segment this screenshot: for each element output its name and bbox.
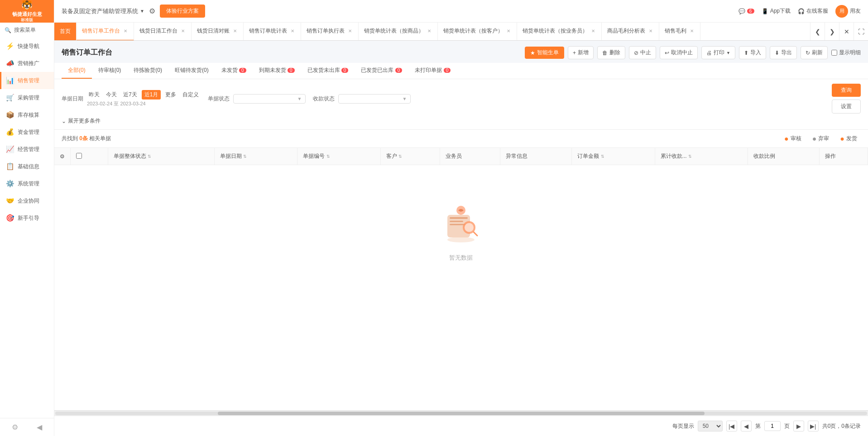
sidebar-item-purchase[interactable]: 🛒 采购管理: [0, 89, 54, 106]
delete-button[interactable]: 🗑 删除: [597, 46, 625, 59]
last-page-btn[interactable]: ▶|: [808, 421, 819, 431]
tab-close-sales-exec[interactable]: ✕: [347, 28, 353, 33]
col-date[interactable]: 单据日期 ⇅: [215, 148, 297, 165]
sidebar-item-inventory[interactable]: 📦 库存核算: [0, 106, 54, 123]
export-button[interactable]: ⬇ 导出: [770, 46, 797, 59]
prev-page-btn[interactable]: ◀: [741, 421, 752, 431]
tab-sales-summary-customer[interactable]: 销货单统计表（按客户） ✕: [438, 23, 517, 41]
filter-tab-not-printed[interactable]: 未打印单据 0: [408, 63, 457, 79]
filter-tab-shipped-out[interactable]: 已发货已出库 0: [355, 63, 408, 79]
tab-close-sales-summary-product[interactable]: ✕: [427, 28, 432, 33]
tab-sales-summary-staff[interactable]: 销货单统计表（按业务员） ✕: [517, 23, 602, 41]
sidebar-item-operations[interactable]: 📈 经营管理: [0, 141, 54, 158]
add-button[interactable]: + 新增: [568, 46, 594, 59]
expand-button[interactable]: ⌄ 展开更多条件: [62, 117, 101, 125]
filter-tab-pending-audit[interactable]: 待审核(0): [92, 63, 128, 79]
col-settings[interactable]: ⚙: [54, 148, 71, 165]
col-amount[interactable]: 订单金额 ⇅: [572, 148, 655, 165]
show-detail-toggle[interactable]: 显示明细: [831, 49, 861, 57]
first-page-btn[interactable]: |◀: [726, 421, 737, 431]
tabs-prev-btn[interactable]: ❮: [810, 23, 825, 41]
tab-cash-reconcile[interactable]: 钱货日清对账 ✕: [192, 23, 244, 41]
filter-tab-expired-not-shipped[interactable]: 到期未发货 0: [253, 63, 301, 79]
scroll-thumb[interactable]: [218, 412, 705, 415]
smart-create-button[interactable]: ★ 智能生单: [525, 47, 564, 59]
col-abnormal[interactable]: 异常信息: [500, 148, 572, 165]
app-download-item[interactable]: 📱 App下载: [762, 7, 791, 15]
col-status[interactable]: 单据整体状态 ⇅: [108, 148, 215, 165]
sidebar-search[interactable]: 🔍 搜索菜单: [0, 23, 54, 38]
query-button[interactable]: 查询: [832, 84, 861, 97]
date-custom[interactable]: 自定义: [181, 90, 201, 100]
stop-button[interactable]: ⊘ 中止: [629, 46, 656, 59]
print-button[interactable]: 🖨 打印 ▼: [701, 46, 735, 59]
refresh-button[interactable]: ↻ 刷新: [801, 46, 828, 59]
per-page-select[interactable]: 10 20 50 100: [698, 421, 723, 431]
date-7days[interactable]: 近7天: [121, 90, 139, 100]
sidebar-item-sales[interactable]: 📊 销售管理: [0, 72, 54, 89]
tab-sales-exec[interactable]: 销售订单执行表 ✕: [301, 23, 359, 41]
show-detail-checkbox[interactable]: [831, 50, 837, 56]
date-yesterday[interactable]: 昨天: [87, 90, 101, 100]
tab-sales-workbench[interactable]: 销售订单工作台 ✕: [77, 23, 134, 41]
tab-sales-profit[interactable]: 销售毛利 ✕: [659, 23, 700, 41]
tab-close-cash-daily[interactable]: ✕: [180, 28, 186, 33]
sidebar-item-guide[interactable]: 🎯 新手引导: [0, 209, 54, 227]
tab-close-sales-summary-staff[interactable]: ✕: [590, 28, 596, 33]
tab-close-cash-reconcile[interactable]: ✕: [232, 28, 238, 33]
col-number[interactable]: 单据编号 ⇅: [297, 148, 380, 165]
ship-action-btn[interactable]: ● 发货: [836, 133, 861, 144]
payment-select[interactable]: ▼: [338, 94, 411, 104]
tab-close-gross-margin[interactable]: ✕: [648, 28, 653, 33]
tab-sales-stat[interactable]: 销售订单统计表 ✕: [244, 23, 301, 41]
status-select[interactable]: ▼: [233, 94, 306, 104]
date-more[interactable]: 更多: [163, 90, 178, 100]
topbar-gear-icon[interactable]: ⚙: [149, 7, 155, 15]
tab-sales-summary-product[interactable]: 销货单统计表（按商品） ✕: [359, 23, 438, 41]
col-customer[interactable]: 客户 ⇅: [380, 148, 440, 165]
sidebar-item-basic[interactable]: 📋 基础信息: [0, 158, 54, 175]
filter-tab-all[interactable]: 全部(0): [62, 63, 92, 79]
import-button[interactable]: ⬆ 导入: [739, 46, 766, 59]
filter-tab-wangpu[interactable]: 旺铺待发货(0): [168, 63, 215, 79]
date-today[interactable]: 今天: [104, 90, 119, 100]
page-input[interactable]: [764, 421, 781, 431]
tab-close-sales-workbench[interactable]: ✕: [123, 28, 128, 33]
horizontal-scrollbar[interactable]: [54, 410, 868, 416]
online-service-item[interactable]: 🎧 在线客服: [798, 7, 828, 15]
col-collected[interactable]: 累计收款... ⇅: [655, 148, 748, 165]
collapse-icon[interactable]: ◀: [37, 423, 42, 431]
sidebar-item-system[interactable]: ⚙️ 系统管理: [0, 175, 54, 192]
sidebar-item-enterprise[interactable]: 🤝 企业协同: [0, 192, 54, 209]
tab-cash-daily[interactable]: 钱货日清工作台 ✕: [134, 23, 192, 41]
user-item[interactable]: 用 用友: [835, 5, 861, 18]
tab-close-sales-profit[interactable]: ✕: [689, 28, 695, 33]
tab-close-sales-stat[interactable]: ✕: [290, 28, 295, 33]
select-all-checkbox[interactable]: [76, 153, 82, 159]
filter-tab-not-shipped[interactable]: 未发货 0: [215, 63, 253, 79]
sidebar-item-finance[interactable]: 💰 资金管理: [0, 123, 54, 141]
tabs-close-all-btn[interactable]: ✕: [839, 23, 854, 41]
tabs-next-btn[interactable]: ❯: [825, 23, 839, 41]
system-title[interactable]: 装备及固定资产辅助管理系统 ▼: [62, 7, 144, 15]
settings-icon[interactable]: ⚙: [12, 423, 18, 431]
cancel-stop-button[interactable]: ↩ 取消中止: [660, 46, 698, 59]
filter-tab-pending-inspect[interactable]: 待拣验货(0): [127, 63, 168, 79]
next-page-btn[interactable]: ▶: [793, 421, 804, 431]
sidebar-item-quicknav[interactable]: ⚡ 快捷导航: [0, 38, 54, 55]
tab-close-sales-summary-customer[interactable]: ✕: [506, 28, 511, 33]
cancel-audit-action-btn[interactable]: ● 弃审: [809, 133, 833, 144]
settings-button[interactable]: 设置: [832, 100, 861, 114]
date-1month[interactable]: 近1月: [142, 90, 161, 100]
sidebar-item-marketing[interactable]: 📣 营销推广: [0, 55, 54, 72]
solution-button[interactable]: 体验行业方案: [160, 5, 205, 18]
tabs-fullscreen-btn[interactable]: ⛶: [854, 23, 868, 41]
tab-home[interactable]: 首页: [54, 23, 77, 41]
message-item[interactable]: 💬 6: [739, 8, 754, 14]
filter-tab-shipped-not-out[interactable]: 已发货未出库 0: [301, 63, 355, 79]
filter-tabs: 全部(0) 待审核(0) 待拣验货(0) 旺铺待发货(0) 未发货 0 到期未发…: [54, 63, 868, 79]
page-title: 销售订单工作台: [62, 48, 112, 57]
tab-gross-margin[interactable]: 商品毛利分析表 ✕: [602, 23, 659, 41]
col-staff[interactable]: 业务员: [440, 148, 500, 165]
audit-action-btn[interactable]: ● 审核: [781, 133, 805, 144]
